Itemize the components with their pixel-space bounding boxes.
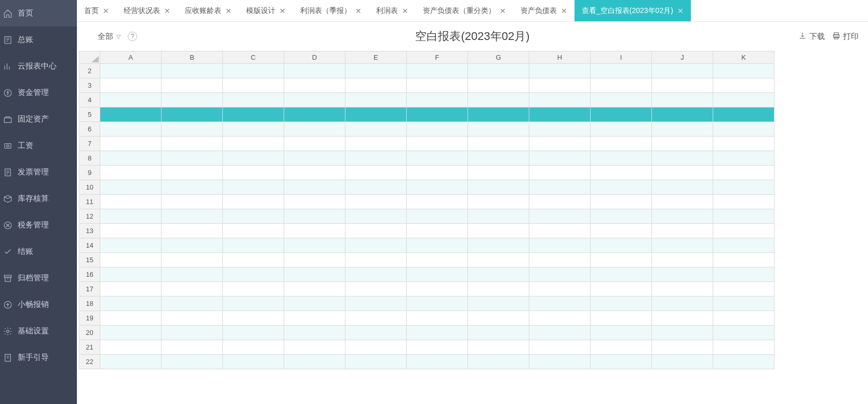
row-header-9[interactable]: 9 [79, 166, 100, 180]
cell-G22[interactable] [468, 355, 529, 369]
cell-J9[interactable] [652, 166, 713, 180]
cell-F7[interactable] [407, 137, 468, 151]
spreadsheet[interactable]: ABCDEFGHIJK23456789101112131415161718192… [77, 51, 868, 404]
cell-D10[interactable] [284, 180, 345, 195]
cell-F13[interactable] [407, 224, 468, 238]
cell-J7[interactable] [652, 137, 713, 151]
row-header-18[interactable]: 18 [79, 297, 100, 311]
cell-A17[interactable] [100, 282, 162, 297]
cell-C13[interactable] [223, 224, 284, 238]
tab-3[interactable]: 模版设计✕ [239, 0, 293, 21]
tab-2[interactable]: 应收账龄表✕ [178, 0, 239, 21]
cell-C8[interactable] [223, 151, 284, 166]
cell-H5[interactable] [529, 107, 591, 122]
download-button[interactable]: 下载 [798, 32, 825, 42]
cell-A14[interactable] [100, 238, 162, 253]
cell-J19[interactable] [652, 311, 713, 326]
cell-A11[interactable] [100, 195, 162, 209]
cell-H18[interactable] [529, 297, 591, 311]
cell-F12[interactable] [407, 209, 468, 224]
sheet-corner[interactable] [79, 51, 100, 64]
cell-J11[interactable] [652, 195, 713, 209]
cell-H4[interactable] [529, 93, 591, 107]
cell-I8[interactable] [591, 151, 652, 166]
cell-J3[interactable] [652, 78, 713, 93]
cell-J12[interactable] [652, 209, 713, 224]
cell-E15[interactable] [345, 253, 407, 267]
cell-C21[interactable] [223, 340, 284, 355]
cell-D18[interactable] [284, 297, 345, 311]
cell-F19[interactable] [407, 311, 468, 326]
cell-C10[interactable] [223, 180, 284, 195]
sidebar-item-9[interactable]: 结账 [0, 238, 77, 265]
cell-E13[interactable] [345, 224, 407, 238]
sidebar-item-10[interactable]: 归档管理 [0, 265, 77, 291]
cell-I15[interactable] [591, 253, 652, 267]
cell-K16[interactable] [713, 267, 774, 282]
sidebar-item-11[interactable]: 小畅报销 [0, 291, 77, 318]
column-header-J[interactable]: J [652, 51, 713, 64]
cell-A22[interactable] [100, 355, 162, 369]
cell-G10[interactable] [468, 180, 529, 195]
cell-G9[interactable] [468, 166, 529, 180]
column-header-B[interactable]: B [162, 51, 223, 64]
cell-H2[interactable] [529, 64, 591, 78]
cell-B11[interactable] [162, 195, 223, 209]
cell-A21[interactable] [100, 340, 162, 355]
cell-F15[interactable] [407, 253, 468, 267]
close-icon[interactable]: ✕ [164, 7, 170, 15]
cell-B20[interactable] [162, 326, 223, 340]
cell-E18[interactable] [345, 297, 407, 311]
column-header-E[interactable]: E [345, 51, 407, 64]
column-header-A[interactable]: A [100, 51, 162, 64]
cell-C7[interactable] [223, 137, 284, 151]
cell-H12[interactable] [529, 209, 591, 224]
column-header-I[interactable]: I [591, 51, 652, 64]
cell-J16[interactable] [652, 267, 713, 282]
print-button[interactable]: 打印 [832, 32, 859, 42]
cell-C16[interactable] [223, 267, 284, 282]
row-header-16[interactable]: 16 [79, 267, 100, 282]
cell-K4[interactable] [713, 93, 774, 107]
cell-H15[interactable] [529, 253, 591, 267]
cell-H22[interactable] [529, 355, 591, 369]
cell-K14[interactable] [713, 238, 774, 253]
cell-D8[interactable] [284, 151, 345, 166]
cell-D5[interactable] [284, 107, 345, 122]
cell-K15[interactable] [713, 253, 774, 267]
cell-H6[interactable] [529, 122, 591, 137]
cell-C11[interactable] [223, 195, 284, 209]
cell-J4[interactable] [652, 93, 713, 107]
row-header-19[interactable]: 19 [79, 311, 100, 326]
cell-G2[interactable] [468, 64, 529, 78]
cell-A20[interactable] [100, 326, 162, 340]
sidebar-item-4[interactable]: 固定资产 [0, 106, 77, 132]
cell-G16[interactable] [468, 267, 529, 282]
row-header-4[interactable]: 4 [79, 93, 100, 107]
cell-A15[interactable] [100, 253, 162, 267]
cell-D11[interactable] [284, 195, 345, 209]
cell-K10[interactable] [713, 180, 774, 195]
tab-1[interactable]: 经营状况表✕ [116, 0, 178, 21]
cell-A2[interactable] [100, 64, 162, 78]
cell-D3[interactable] [284, 78, 345, 93]
row-header-12[interactable]: 12 [79, 209, 100, 224]
cell-C4[interactable] [223, 93, 284, 107]
cell-J20[interactable] [652, 326, 713, 340]
cell-A18[interactable] [100, 297, 162, 311]
cell-E5[interactable] [345, 107, 407, 122]
cell-D12[interactable] [284, 209, 345, 224]
cell-D6[interactable] [284, 122, 345, 137]
cell-D4[interactable] [284, 93, 345, 107]
cell-J13[interactable] [652, 224, 713, 238]
cell-G3[interactable] [468, 78, 529, 93]
sidebar-item-2[interactable]: 云报表中心 [0, 53, 77, 79]
cell-J15[interactable] [652, 253, 713, 267]
cell-I2[interactable] [591, 64, 652, 78]
cell-I9[interactable] [591, 166, 652, 180]
tab-0[interactable]: 首页✕ [77, 0, 116, 21]
cell-I19[interactable] [591, 311, 652, 326]
cell-J14[interactable] [652, 238, 713, 253]
cell-F11[interactable] [407, 195, 468, 209]
cell-I13[interactable] [591, 224, 652, 238]
